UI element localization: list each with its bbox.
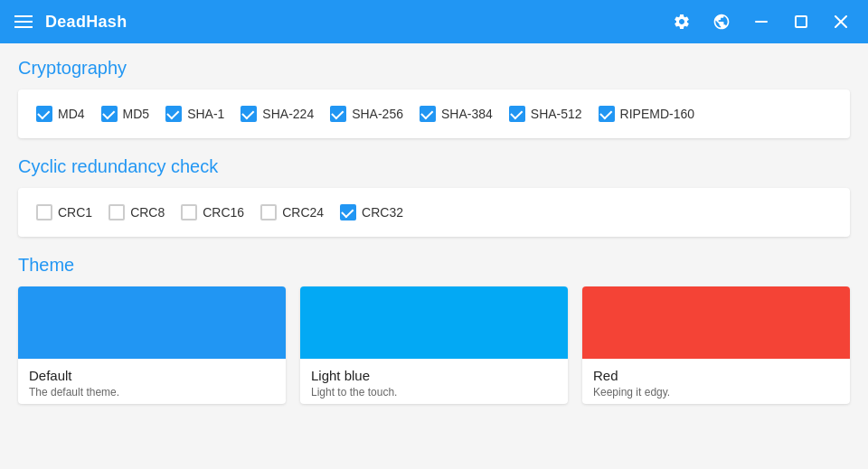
crc-checkbox-crc24[interactable] <box>260 204 277 220</box>
crc-checkbox-item[interactable]: CRC8 <box>108 204 165 220</box>
crc-label-crc16: CRC16 <box>203 205 244 220</box>
crypto-checkbox-item[interactable]: SHA-384 <box>420 106 493 122</box>
crypto-label-sha-256: SHA-256 <box>352 107 403 121</box>
crc-checkbox-crc16[interactable] <box>181 204 197 220</box>
crypto-checkbox-sha-512[interactable] <box>509 106 525 122</box>
settings-icon[interactable] <box>665 5 698 38</box>
theme-card-name: Default <box>29 368 275 383</box>
cryptography-card: MD4 MD5 SHA-1 SHA-224 SHA-256 SHA-384 SH… <box>18 89 850 138</box>
titlebar-left: DeadHash <box>11 12 127 32</box>
crypto-checkbox-sha-384[interactable] <box>420 106 436 122</box>
crypto-checkbox-sha-256[interactable] <box>330 106 346 122</box>
theme-card-info: Light blue Light to the touch. <box>300 359 568 404</box>
theme-heading: Theme <box>18 255 850 276</box>
crypto-label-sha-384: SHA-384 <box>441 107 493 121</box>
crypto-label-md4: MD4 <box>58 107 85 121</box>
crc-label-crc8: CRC8 <box>130 205 165 220</box>
crypto-checkbox-item[interactable]: SHA-512 <box>509 106 582 122</box>
theme-card-name: Light blue <box>311 368 557 383</box>
crypto-label-md5: MD5 <box>123 107 150 121</box>
svg-rect-1 <box>796 16 807 27</box>
theme-card-color <box>18 286 286 359</box>
theme-card-red[interactable]: Red Keeping it edgy. <box>582 286 850 404</box>
crypto-checkbox-item[interactable]: RIPEMD-160 <box>599 106 694 122</box>
theme-card-desc: Light to the touch. <box>311 386 557 399</box>
theme-card-desc: The default theme. <box>29 386 275 399</box>
crypto-checkbox-md5[interactable] <box>101 106 118 122</box>
cryptography-heading: Cryptography <box>18 58 850 79</box>
maximize-icon[interactable] <box>785 5 817 38</box>
theme-card-desc: Keeping it edgy. <box>593 386 839 399</box>
crypto-label-ripemd-160: RIPEMD-160 <box>620 107 694 121</box>
crypto-label-sha-224: SHA-224 <box>262 107 314 121</box>
crypto-checkbox-item[interactable]: SHA-224 <box>241 106 314 122</box>
close-icon[interactable] <box>825 5 857 38</box>
main-content: Cryptography MD4 MD5 SHA-1 SHA-224 SHA-2… <box>0 43 868 469</box>
crypto-checkbox-item[interactable]: MD4 <box>36 106 85 122</box>
crypto-checkbox-item[interactable]: MD5 <box>101 106 150 122</box>
crypto-checkbox-sha-224[interactable] <box>241 106 257 122</box>
crc-checkbox-item[interactable]: CRC32 <box>340 204 403 220</box>
crypto-label-sha-1: SHA-1 <box>187 107 224 121</box>
crc-checkbox-crc1[interactable] <box>36 204 52 220</box>
theme-card-info: Red Keeping it edgy. <box>582 359 850 404</box>
crc-checkbox-item[interactable]: CRC24 <box>260 204 324 220</box>
crypto-label-sha-512: SHA-512 <box>531 107 582 121</box>
crc-checkbox-row: CRC1 CRC8 CRC16 CRC24 CRC32 <box>36 204 832 220</box>
theme-card-color <box>300 286 568 359</box>
minimize-icon[interactable] <box>745 5 778 38</box>
titlebar: DeadHash <box>0 0 868 43</box>
crc-label-crc24: CRC24 <box>282 205 324 220</box>
crc-checkbox-item[interactable]: CRC1 <box>36 204 92 220</box>
svg-rect-0 <box>755 21 768 23</box>
crc-checkbox-crc8[interactable] <box>108 204 125 220</box>
app-title: DeadHash <box>45 13 127 32</box>
theme-card-info: Default The default theme. <box>18 359 286 404</box>
crc-label-crc1: CRC1 <box>58 205 92 220</box>
crc-card: CRC1 CRC8 CRC16 CRC24 CRC32 <box>18 188 850 237</box>
theme-cards: Default The default theme. Light blue Li… <box>18 286 850 404</box>
globe-icon[interactable] <box>705 5 738 38</box>
hamburger-menu-icon[interactable] <box>11 12 36 32</box>
crypto-checkbox-item[interactable]: SHA-256 <box>330 106 403 122</box>
crc-label-crc32: CRC32 <box>362 205 403 220</box>
cryptography-checkbox-row: MD4 MD5 SHA-1 SHA-224 SHA-256 SHA-384 SH… <box>36 106 832 122</box>
crypto-checkbox-item[interactable]: SHA-1 <box>165 106 224 122</box>
theme-card-color <box>582 286 850 359</box>
crypto-checkbox-ripemd-160[interactable] <box>599 106 615 122</box>
crypto-checkbox-md4[interactable] <box>36 106 52 122</box>
crc-heading: Cyclic redundancy check <box>18 156 850 177</box>
titlebar-controls <box>665 5 857 38</box>
theme-card-default[interactable]: Default The default theme. <box>18 286 286 404</box>
theme-card-light-blue[interactable]: Light blue Light to the touch. <box>300 286 568 404</box>
crypto-checkbox-sha-1[interactable] <box>165 106 182 122</box>
crc-checkbox-item[interactable]: CRC16 <box>181 204 244 220</box>
theme-card-name: Red <box>593 368 839 383</box>
crc-checkbox-crc32[interactable] <box>340 204 356 220</box>
